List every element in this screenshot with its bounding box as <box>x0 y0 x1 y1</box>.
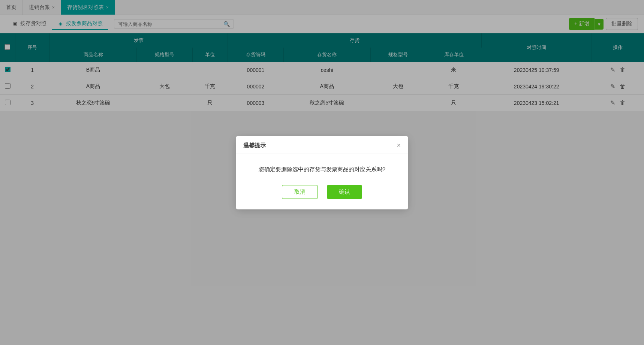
modal-overlay: 温馨提示 × 您确定要删除选中的存货与发票商品的对应关系吗? 取消 确认 <box>0 0 644 111</box>
